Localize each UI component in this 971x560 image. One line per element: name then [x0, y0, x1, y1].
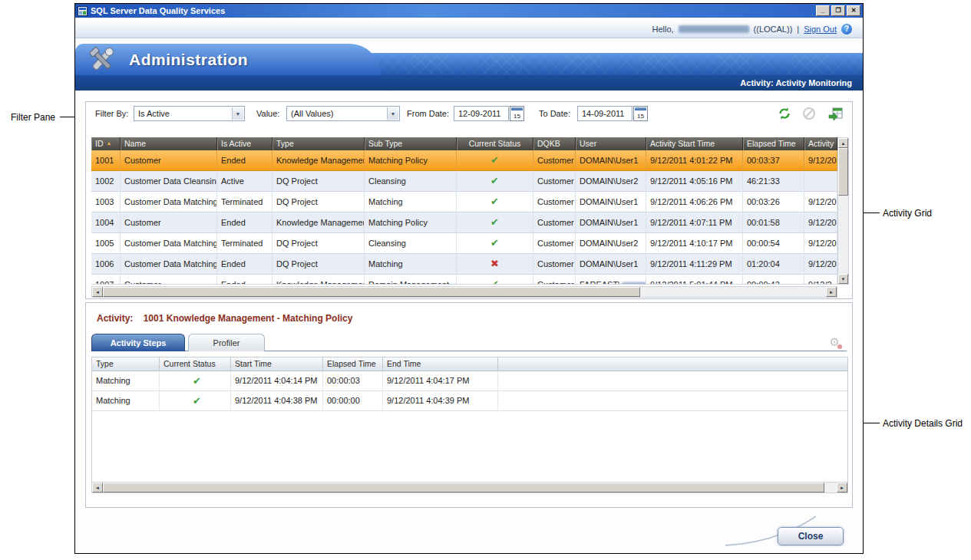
cell-status: ✔ — [457, 192, 533, 212]
status-ok-icon: ✔ — [490, 216, 499, 228]
column-header-id[interactable]: ID▲ — [91, 137, 121, 150]
cell-status: ✔ — [457, 171, 533, 192]
from-date-calendar-button[interactable]: 15 — [510, 106, 524, 121]
cell-user: DOMAIN\User1 — [576, 254, 646, 275]
column-header-name[interactable]: Name — [121, 137, 217, 150]
cell-end: 9/12/2011 4:04:17 PM — [383, 371, 498, 391]
scroll-left-icon[interactable]: ◄ — [92, 287, 103, 297]
column-header-type[interactable]: Type — [272, 137, 365, 150]
activity-row-1001[interactable]: 1001CustomerEndedKnowledge ManagementMat… — [91, 150, 837, 171]
cell-start: 9/12/2011 4:05:16 PM — [646, 171, 743, 192]
to-date-calendar-button[interactable]: 15 — [633, 106, 648, 121]
cell-name: Customer — [121, 275, 217, 285]
terminate-icon — [802, 107, 816, 120]
cell-name: Customer Data Cleansing — [121, 171, 217, 192]
cell-user: DOMAIN\User2 — [576, 171, 646, 192]
cell-sub_type: Matching — [365, 192, 457, 212]
cell-is_active: Ended — [217, 254, 272, 275]
activity-row-1005[interactable]: 1005Customer Data MatchingTerminatedDQ P… — [91, 233, 837, 254]
redacted-text — [622, 282, 646, 285]
value-select[interactable]: (All Values) ▼ — [286, 106, 400, 121]
scrollbar-thumb[interactable] — [103, 483, 824, 492]
column-header-end-time[interactable]: End Time — [383, 357, 498, 371]
cell-elapsed: 00:03:26 — [743, 192, 804, 212]
minimize-button[interactable]: _ — [816, 5, 830, 16]
user-bar: Hello, ((LOCAL)) | Sign Out ? — [75, 21, 863, 38]
close-button[interactable]: Close — [778, 527, 844, 545]
column-header-start-time[interactable]: Start Time — [231, 357, 323, 371]
cell-start: 9/12/2011 4:04:14 PM — [231, 371, 323, 391]
scroll-up-icon[interactable]: ▲ — [838, 138, 848, 148]
column-header-activity-start-time[interactable]: Activity Start Time — [646, 137, 743, 150]
cell-sub_type: Matching Policy — [365, 212, 457, 233]
restore-button[interactable]: ❐ — [831, 5, 845, 16]
filter-by-select[interactable]: Is Active ▼ — [134, 106, 245, 121]
cell-name: Customer — [121, 150, 217, 171]
cell-sub_type: Matching — [365, 254, 457, 275]
help-icon[interactable]: ? — [841, 24, 852, 35]
cell-is_active: Ended — [217, 212, 272, 233]
activity-row-1007[interactable]: 1007CustomerEndedKnowledge ManagementDom… — [91, 275, 837, 285]
cell-sub_type: Domain Management — [365, 275, 457, 285]
cell-end: 9/12/20 — [804, 212, 837, 233]
refresh-button[interactable] — [775, 105, 794, 122]
status-ok-icon: ✔ — [490, 175, 499, 186]
column-header-dqkb[interactable]: DQKB — [533, 137, 576, 150]
scroll-right-icon[interactable]: ► — [826, 287, 837, 297]
export-button[interactable] — [827, 105, 845, 122]
cell-user: DOMAIN\User1 — [576, 212, 646, 233]
details-grid-horizontal-scrollbar[interactable]: ◄ ► — [91, 482, 848, 493]
chevron-down-icon: ▼ — [232, 107, 243, 120]
gear-icon[interactable]: ⚙ — [830, 335, 840, 349]
column-header-filler — [498, 357, 847, 371]
column-header-is-active[interactable]: Is Active — [217, 137, 272, 150]
greeting-text: Hello, — [652, 25, 673, 34]
scrollbar-thumb[interactable] — [103, 287, 640, 297]
column-header-elapsed-time[interactable]: Elapsed Time — [323, 357, 383, 371]
cell-status: ✔ — [457, 275, 533, 285]
from-date-input[interactable]: 12-09-2011 — [454, 106, 509, 121]
title-bar: SQL Server Data Quality Services _ ❐ ✕ — [75, 4, 863, 18]
activity-grid-horizontal-scrollbar[interactable]: ◄ ► — [91, 286, 837, 298]
cell-type: Matching — [92, 371, 160, 391]
app-icon — [78, 6, 88, 16]
cell-name: Customer Data Matching — [121, 233, 217, 254]
scroll-down-icon[interactable]: ▼ — [838, 274, 848, 284]
activity-row-1004[interactable]: 1004CustomerEndedKnowledge ManagementMat… — [91, 212, 837, 233]
column-header-activity[interactable]: Activity — [804, 137, 837, 150]
activity-row-1006[interactable]: 1006Customer Data MatchingEndedDQ Projec… — [91, 254, 837, 275]
terminate-button[interactable] — [800, 105, 818, 122]
screenshot: Filter Pane Activity Grid Activity Detai… — [0, 0, 971, 560]
cell-id: 1001 — [91, 150, 121, 171]
scrollbar-thumb[interactable] — [838, 148, 848, 196]
column-header-user[interactable]: User — [576, 137, 646, 150]
activity-row-1003[interactable]: 1003Customer Data MatchingTerminatedDQ P… — [91, 192, 837, 212]
details-row-1[interactable]: Matching✔9/12/2011 4:04:14 PM00:00:039/1… — [92, 371, 847, 391]
details-row-2[interactable]: Matching✔9/12/2011 4:04:38 PM00:00:009/1… — [92, 391, 847, 411]
activity-grid-vertical-scrollbar[interactable]: ▲ ▼ — [837, 137, 849, 285]
scroll-right-icon[interactable]: ► — [837, 483, 847, 492]
column-header-elapsed-time[interactable]: Elapsed Time — [743, 137, 804, 150]
scroll-left-icon[interactable]: ◄ — [92, 483, 103, 492]
cell-is_active: Terminated — [217, 233, 272, 254]
cell-elapsed: 00:00:00 — [323, 391, 383, 411]
cell-start: 9/12/2011 4:07:11 PM — [646, 212, 743, 233]
column-header-type[interactable]: Type — [92, 357, 160, 371]
sign-out-link[interactable]: Sign Out — [804, 25, 837, 34]
tab-profiler[interactable]: Profiler — [188, 334, 265, 351]
tab-activity-steps[interactable]: Activity Steps — [91, 334, 185, 351]
annotation-details-grid-label: Activity Details Grid — [883, 418, 963, 429]
column-header-current-status[interactable]: Current Status — [457, 137, 533, 150]
status-ok-icon: ✔ — [193, 375, 201, 387]
value-label: Value: — [256, 109, 279, 118]
status-ok-icon: ✔ — [490, 237, 499, 249]
cell-id: 1006 — [91, 254, 121, 275]
cell-id: 1007 — [91, 275, 121, 285]
column-header-sub-type[interactable]: Sub Type — [365, 137, 457, 150]
cell-start: 9/12/2011 5:01:44 PM — [646, 275, 743, 285]
to-date-input[interactable]: 14-09-2011 — [577, 106, 632, 121]
cell-end: 9/12/2011 4:04:39 PM — [383, 391, 498, 411]
close-window-button[interactable]: ✕ — [847, 5, 860, 16]
column-header-current-status[interactable]: Current Status — [160, 357, 231, 371]
activity-row-1002[interactable]: 1002Customer Data CleansingActiveDQ Proj… — [91, 171, 837, 192]
